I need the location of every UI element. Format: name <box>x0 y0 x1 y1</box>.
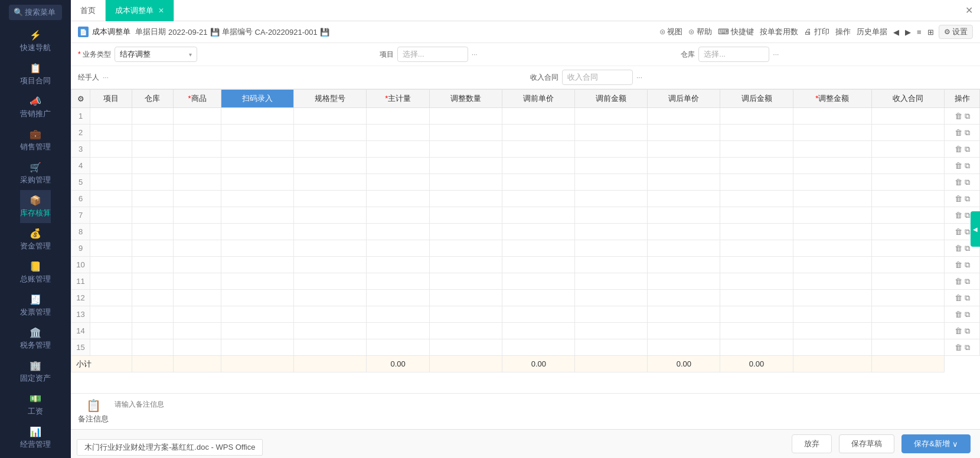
row-4-after-price[interactable] <box>648 158 720 174</box>
row-7-goods[interactable] <box>174 207 221 224</box>
row-4-prev-amount[interactable] <box>575 158 648 174</box>
row-7-copy-icon[interactable]: ⧉ <box>965 211 970 220</box>
row-14-prev-amount[interactable] <box>575 323 648 339</box>
row-13-unit[interactable] <box>367 306 430 323</box>
row-8-adj-qty[interactable] <box>430 224 502 240</box>
income-contract-input[interactable]: 收入合同 <box>562 70 633 85</box>
row-3-prev-amount[interactable] <box>575 141 648 158</box>
row-6-after-amount[interactable] <box>720 191 793 207</box>
row-3-spec[interactable] <box>294 141 367 158</box>
row-7-warehouse[interactable] <box>132 207 174 224</box>
row-2-spec[interactable] <box>294 125 367 141</box>
row-9-adj-qty[interactable] <box>430 240 502 257</box>
row-4-project[interactable] <box>90 158 132 174</box>
sidebar-item-purchase-mgmt[interactable]: 🛒 采购管理 <box>20 157 51 190</box>
row-9-copy-icon[interactable]: ⧉ <box>965 244 970 253</box>
row-14-goods[interactable] <box>174 323 221 339</box>
row-8-unit[interactable] <box>367 224 430 240</box>
row-8-adj-amount[interactable] <box>793 224 871 240</box>
row-8-after-amount[interactable] <box>720 224 793 240</box>
row-8-prev-price[interactable] <box>502 224 575 240</box>
row-9-delete-icon[interactable]: 🗑 <box>955 244 962 253</box>
row-9-goods[interactable] <box>174 240 221 257</box>
toolbar-action-view[interactable]: ⊙ 视图 <box>659 27 683 37</box>
row-2-unit[interactable] <box>367 125 430 141</box>
row-6-income-contract[interactable] <box>871 191 944 207</box>
row-2-project[interactable] <box>90 125 132 141</box>
row-14-prev-price[interactable] <box>502 323 575 339</box>
row-11-unit[interactable] <box>367 273 430 290</box>
row-8-warehouse[interactable] <box>132 224 174 240</box>
row-9-after-price[interactable] <box>648 240 720 257</box>
row-7-scan[interactable] <box>221 207 294 224</box>
row-5-after-amount[interactable] <box>720 174 793 191</box>
save-new-dropdown-icon[interactable]: ∨ <box>952 440 958 449</box>
row-10-goods[interactable] <box>174 257 221 273</box>
discard-button[interactable]: 放弃 <box>792 434 832 453</box>
row-3-after-price[interactable] <box>648 141 720 158</box>
row-15-project[interactable] <box>90 339 132 356</box>
row-5-adj-qty[interactable] <box>430 174 502 191</box>
row-10-prev-price[interactable] <box>502 257 575 273</box>
row-10-prev-amount[interactable] <box>575 257 648 273</box>
row-10-income-contract[interactable] <box>871 257 944 273</box>
save-icon[interactable]: 💾 <box>210 28 220 37</box>
row-2-prev-amount[interactable] <box>575 125 648 141</box>
row-7-delete-icon[interactable]: 🗑 <box>955 211 962 220</box>
row-12-scan[interactable] <box>221 290 294 306</box>
row-7-after-price[interactable] <box>648 207 720 224</box>
row-14-adj-qty[interactable] <box>430 323 502 339</box>
sidebar-item-payroll[interactable]: 💵 工资 <box>20 388 51 421</box>
row-7-adj-qty[interactable] <box>430 207 502 224</box>
row-3-goods[interactable] <box>174 141 221 158</box>
row-4-adj-amount[interactable] <box>793 158 871 174</box>
row-15-spec[interactable] <box>294 339 367 356</box>
toolbar-action-shortcut[interactable]: ⌨ 快捷键 <box>718 27 754 37</box>
row-10-after-price[interactable] <box>648 257 720 273</box>
row-12-income-contract[interactable] <box>871 290 944 306</box>
row-13-scan[interactable] <box>221 306 294 323</box>
row-8-spec[interactable] <box>294 224 367 240</box>
row-13-adj-qty[interactable] <box>430 306 502 323</box>
row-7-project[interactable] <box>90 207 132 224</box>
row-2-adj-amount[interactable] <box>793 125 871 141</box>
row-4-income-contract[interactable] <box>871 158 944 174</box>
row-11-adj-qty[interactable] <box>430 273 502 290</box>
sidebar-item-assets[interactable]: 🏢 固定资产 <box>20 355 51 388</box>
col-gear[interactable]: ⚙ <box>71 90 90 108</box>
row-6-goods[interactable] <box>174 191 221 207</box>
row-2-warehouse[interactable] <box>132 125 174 141</box>
toolbar-action-history[interactable]: 历史单据 <box>857 27 887 37</box>
row-8-income-contract[interactable] <box>871 224 944 240</box>
row-11-scan[interactable] <box>221 273 294 290</box>
settings-btn[interactable]: ⚙ 设置 <box>939 25 973 39</box>
row-15-copy-icon[interactable]: ⧉ <box>965 343 970 352</box>
row-11-adj-amount[interactable] <box>793 273 871 290</box>
row-12-after-price[interactable] <box>648 290 720 306</box>
row-13-prev-price[interactable] <box>502 306 575 323</box>
row-15-after-price[interactable] <box>648 339 720 356</box>
row-15-warehouse[interactable] <box>132 339 174 356</box>
row-14-after-amount[interactable] <box>720 323 793 339</box>
row-4-unit[interactable] <box>367 158 430 174</box>
row-1-after-amount[interactable] <box>720 108 793 125</box>
row-13-goods[interactable] <box>174 306 221 323</box>
row-1-unit[interactable] <box>367 108 430 125</box>
row-6-adj-amount[interactable] <box>793 191 871 207</box>
row-9-income-contract[interactable] <box>871 240 944 257</box>
row-4-warehouse[interactable] <box>132 158 174 174</box>
row-11-delete-icon[interactable]: 🗑 <box>955 277 962 286</box>
row-6-after-price[interactable] <box>648 191 720 207</box>
row-4-spec[interactable] <box>294 158 367 174</box>
nav-next-btn[interactable]: ▶ <box>905 28 911 37</box>
row-1-warehouse[interactable] <box>132 108 174 125</box>
row-14-copy-icon[interactable]: ⧉ <box>965 326 970 336</box>
row-7-spec[interactable] <box>294 207 367 224</box>
row-6-scan[interactable] <box>221 191 294 207</box>
view-list-icon[interactable]: ≡ <box>917 28 922 37</box>
row-14-warehouse[interactable] <box>132 323 174 339</box>
row-3-scan[interactable] <box>221 141 294 158</box>
row-9-prev-amount[interactable] <box>575 240 648 257</box>
row-10-adj-amount[interactable] <box>793 257 871 273</box>
row-15-after-amount[interactable] <box>720 339 793 356</box>
